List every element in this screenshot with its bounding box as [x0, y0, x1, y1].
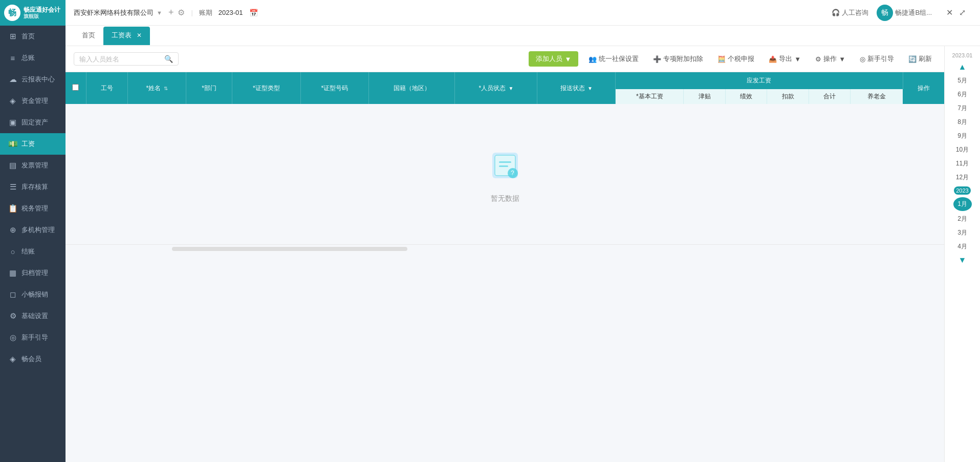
month-item-9[interactable]: 9月	[945, 129, 980, 143]
month-scroll-down[interactable]: ▼	[956, 254, 969, 267]
add-company-icon[interactable]: +	[168, 7, 174, 18]
content-wrapper: 🔍 添加人员 ▼ 👥 统一社保设置 ➕ 专项附加扣除 🧮 个税申报	[66, 46, 980, 462]
tab-salary-table[interactable]: 工资表 ✕	[103, 27, 150, 45]
sidebar-item-tax[interactable]: 📋 税务管理	[0, 198, 66, 219]
tab-home[interactable]: 首页	[74, 27, 103, 45]
sidebar-item-multi[interactable]: ⊕ 多机构管理	[0, 219, 66, 241]
month-scroll-up[interactable]: ▲	[956, 60, 969, 74]
month-item-3[interactable]: 3月	[945, 226, 980, 240]
deduction-icon: ➕	[653, 55, 661, 63]
home-icon: ⊞	[8, 32, 17, 41]
month-panel: 2023.01 ▲ 5月 6月 7月 8月 9月 10月 11月	[944, 46, 980, 462]
col-pension: 养老金	[851, 89, 903, 104]
closing-icon: ○	[8, 247, 17, 256]
support-icon: 🎧	[832, 9, 840, 16]
scrollbar-thumb[interactable]	[172, 247, 407, 251]
multi-icon: ⊕	[8, 225, 17, 235]
toolbar: 🔍 添加人员 ▼ 👥 统一社保设置 ➕ 专项附加扣除 🧮 个税申报	[66, 46, 944, 72]
col-total: 合计	[809, 89, 851, 104]
horizontal-scrollbar[interactable]	[66, 244, 944, 253]
deduction-btn[interactable]: ➕ 专项附加扣除	[649, 52, 707, 66]
sidebar-item-expense[interactable]: ◻ 小畅报销	[0, 284, 66, 305]
svg-rect-2	[499, 161, 511, 163]
funds-icon: ◈	[8, 96, 17, 106]
window-controls: ✕ ⤢	[940, 5, 972, 20]
sidebar-item-ledger[interactable]: ≡ 总账	[0, 47, 66, 69]
month-item-5[interactable]: 5月	[945, 74, 980, 88]
status-filter-icon[interactable]: ▼	[508, 86, 513, 91]
social-icon: 👥	[589, 55, 597, 63]
user-avatar: 畅	[877, 5, 893, 21]
col-name: *姓名 ⇅	[128, 72, 186, 104]
svg-text:?: ?	[511, 170, 514, 177]
sidebar-item-closing[interactable]: ○ 结账	[0, 241, 66, 262]
export-icon: 📤	[769, 55, 777, 63]
tab-bar: 首页 工资表 ✕	[66, 26, 980, 46]
sidebar-item-assets[interactable]: ▣ 固定资产	[0, 112, 66, 133]
sidebar-item-guide[interactable]: ◎ 新手引导	[0, 327, 66, 348]
sidebar-item-member[interactable]: ◈ 畅会员	[0, 348, 66, 370]
tax-icon2: 🧮	[717, 55, 726, 63]
close-tab-salary[interactable]: ✕	[137, 32, 142, 39]
sidebar-item-inventory[interactable]: ☰ 库存核算	[0, 176, 66, 198]
empty-row: ? 暂无数据	[66, 104, 944, 244]
col-status: *人员状态 ▼	[455, 72, 537, 104]
month-item-7[interactable]: 7月	[945, 101, 980, 115]
ledger-icon: ≡	[8, 54, 17, 62]
add-employee-button[interactable]: 添加人员 ▼	[529, 51, 578, 67]
support-btn[interactable]: 🎧 人工咨询	[832, 8, 868, 17]
search-input[interactable]	[79, 55, 161, 63]
report-filter-icon[interactable]: ▼	[587, 86, 593, 91]
table-body: ? 暂无数据	[66, 104, 944, 244]
sidebar-item-invoice[interactable]: ▤ 发票管理	[0, 155, 66, 176]
calendar-icon[interactable]: 📅	[249, 9, 258, 17]
col-allowance: 津贴	[684, 89, 726, 104]
sidebar-item-salary[interactable]: 💵 工资	[0, 133, 66, 155]
sidebar-item-settings[interactable]: ⚙ 基础设置	[0, 305, 66, 327]
main-area: 西安虾米网络科技有限公司 ▼ + ⚙ | 账期 2023-01 📅 🎧 人工咨询…	[66, 0, 980, 462]
operations-btn[interactable]: ⚙ 操作 ▼	[811, 52, 850, 66]
select-all-checkbox[interactable]	[72, 84, 79, 91]
ops-dropdown-icon: ▼	[839, 55, 845, 63]
col-report-status: 报送状态 ▼	[537, 72, 616, 104]
sidebar-item-home[interactable]: ⊞ 首页	[0, 26, 66, 47]
invoice-icon: ▤	[8, 161, 17, 170]
month-item-11[interactable]: 11月	[945, 157, 980, 171]
search-box: 🔍	[74, 52, 179, 66]
topbar-actions: + ⚙	[168, 7, 185, 18]
month-item-12[interactable]: 12月	[945, 171, 980, 184]
guide-star-icon: ◎	[860, 55, 865, 63]
company-selector[interactable]: 西安虾米网络科技有限公司 ▼	[74, 8, 162, 17]
month-item-10[interactable]: 10月	[945, 143, 980, 157]
month-item-1-active[interactable]: 1月	[953, 197, 972, 211]
name-sort-icon[interactable]: ⇅	[164, 86, 168, 91]
export-dropdown-icon: ▼	[794, 55, 801, 63]
maximize-window-btn[interactable]: ⤢	[957, 7, 968, 18]
newbie-guide-btn[interactable]: ◎ 新手引导	[856, 52, 898, 66]
month-item-4[interactable]: 4月	[945, 240, 980, 254]
company-name: 西安虾米网络科技有限公司	[74, 8, 154, 17]
period-value: 2023-01	[219, 9, 243, 16]
social-settings-btn[interactable]: 👥 统一社保设置	[584, 52, 643, 66]
user-menu[interactable]: 畅 畅捷通B组...	[877, 5, 932, 21]
close-window-btn[interactable]: ✕	[944, 7, 955, 18]
sidebar-item-cloud[interactable]: ☁ 云报表中心	[0, 69, 66, 90]
month-item-8[interactable]: 8月	[945, 115, 980, 129]
col-cert-no: *证型号码	[300, 72, 368, 104]
salary-table: 工号 *姓名 ⇅ *部门 *证型类型 *证型号码 国籍（地区） *人员状态	[66, 72, 944, 244]
month-item-6[interactable]: 6月	[945, 88, 980, 101]
sidebar-item-funds[interactable]: ◈ 资金管理	[0, 90, 66, 112]
export-btn[interactable]: 📤 导出 ▼	[765, 52, 805, 66]
tax-report-btn[interactable]: 🧮 个税申报	[713, 52, 758, 66]
inventory-icon: ☰	[8, 182, 17, 192]
member-icon: ◈	[8, 354, 17, 364]
refresh-btn[interactable]: 🔄 刷新	[904, 52, 936, 66]
empty-illustration: ?	[485, 145, 526, 186]
select-all-header	[66, 72, 86, 104]
expense-icon: ◻	[8, 290, 17, 299]
month-item-2[interactable]: 2月	[945, 212, 980, 226]
tax-icon: 📋	[8, 204, 17, 213]
col-deduction: 扣款	[767, 89, 809, 104]
sidebar-item-archive[interactable]: ▦ 归档管理	[0, 262, 66, 284]
settings-gear-icon[interactable]: ⚙	[178, 8, 185, 17]
